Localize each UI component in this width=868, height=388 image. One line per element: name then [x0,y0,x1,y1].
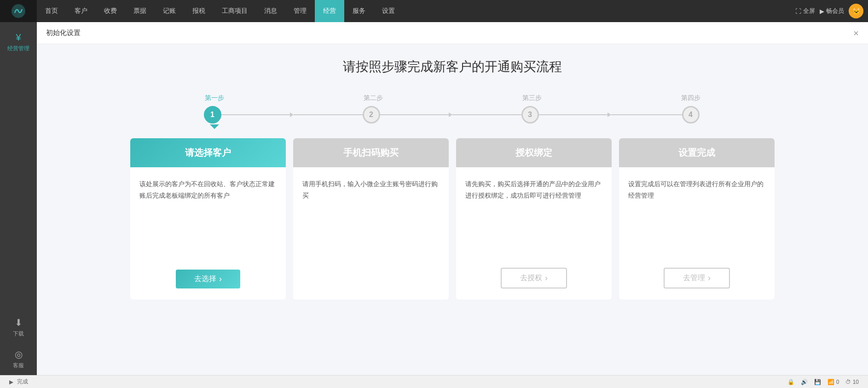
status-left: ▶ 完成 [9,378,28,386]
close-button[interactable]: × [853,29,859,38]
nav-operation[interactable]: 经营 [315,0,344,22]
step-4-circle: 4 [682,106,700,123]
fullscreen-btn[interactable]: ⛶ 全屏 [795,7,815,15]
nav-right: ⛶ 全屏 ▶ 畅会员 🐱 [795,4,868,18]
card-3-btn[interactable]: 去授权 › [501,268,567,288]
card-1-btn[interactable]: 去选择 › [176,270,240,288]
card-3-footer: 去授权 › [456,260,612,300]
download-icon: ⬇ [15,317,23,328]
sidebar-item-support[interactable]: ◎ 客服 [0,343,37,375]
card-4-header: 设置完成 [619,138,775,167]
step-2-label: 第二步 [364,94,383,102]
vip-label: 畅会员 [826,7,844,15]
nav-message[interactable]: 消息 [256,0,285,22]
nav-fee[interactable]: 收费 [96,0,125,22]
nav-settings[interactable]: 设置 [374,0,403,22]
app-body: ¥ 经营管理 ⬇ 下载 ◎ 客服 初始化设置 × 请按照步骤完成新客户的开通购买… [0,22,868,375]
sidebar-bottom: ⬇ 下载 ◎ 客服 [0,312,37,375]
sidebar-item-operation[interactable]: ¥ 经营管理 [0,27,37,58]
nav-home[interactable]: 首页 [37,0,66,22]
vip-btn[interactable]: ▶ 畅会员 [820,7,844,15]
card-4-btn-label: 去管理 [683,273,705,283]
card-3-btn-label: 去授权 [520,273,542,283]
avatar[interactable]: 🐱 [849,4,863,18]
main-content: 初始化设置 × 请按照步骤完成新客户的开通购买流程 第一步 1 [37,22,868,375]
step-1-circle: 1 [204,106,221,123]
step-2-arrow [449,112,452,117]
card-1: 请选择客户 该处展示的客户为不在回收站、客户状态正常建账后完成老板端绑定的所有客… [130,138,286,300]
nav-tax[interactable]: 报税 [184,0,214,22]
fullscreen-label: 全屏 [803,7,815,15]
lock-icon: 🔒 [787,379,794,385]
support-icon: ◎ [15,349,23,360]
nav-items: 首页 客户 收费 票据 记账 报税 工商项目 消息 管理 经营 服务 设置 [37,0,795,22]
step-3-group: 第三步 3 [452,94,611,123]
status-label: 完成 [17,378,28,386]
card-2: 手机扫码购买 请用手机扫码，输入小微企业主账号密码进行购买 [293,138,449,300]
card-4-footer: 去管理 › [619,260,775,300]
step-3-label: 第三步 [522,94,542,102]
fullscreen-icon: ⛶ [795,8,801,15]
step-4-group: 第四步 4 [611,94,770,123]
step-1-arrow [290,112,294,117]
card-3: 授权绑定 请先购买，购买后选择开通的产品中的企业用户进行授权绑定，成功后即可进行… [456,138,612,300]
card-1-body: 该处展示的客户为不在回收站、客户状态正常建账后完成老板端绑定的所有客户 [130,167,286,262]
step-3-arrow [608,112,611,117]
card-4-btn-arrow: › [708,273,711,283]
card-3-body: 请先购买，购买后选择开通的产品中的企业用户进行授权绑定，成功后即可进行经营管理 [456,167,612,260]
nav-service[interactable]: 服务 [344,0,374,22]
step-4-label: 第四步 [681,94,700,102]
yuan-icon: ¥ [16,32,21,43]
nav-invoice[interactable]: 票据 [125,0,155,22]
cards-row: 请选择客户 该处展示的客户为不在回收站、客户状态正常建账后完成老板端绑定的所有客… [130,138,775,300]
save-icon: 💾 [814,379,821,385]
card-3-header: 授权绑定 [456,138,612,167]
sidebar-bottom-download-label: 下载 [13,330,24,338]
step-3-circle: 3 [521,106,539,123]
card-4: 设置完成 设置完成后可以在管理列表进行所有企业用户的经营管理 去管理 › [619,138,775,300]
vip-icon: ▶ [820,8,824,15]
nav-accounting[interactable]: 记账 [155,0,184,22]
status-right: 🔒 🔊 💾 📶 0 ⏱ 10 [787,379,859,385]
nav-management[interactable]: 管理 [285,0,315,22]
page-title: 初始化设置 [46,29,81,37]
logo[interactable] [0,0,37,22]
step-2-circle: 2 [363,106,380,123]
card-1-header: 请选择客户 [130,138,286,167]
card-2-footer [293,281,449,300]
card-4-btn[interactable]: 去管理 › [664,268,730,288]
page-header: 初始化设置 × [37,22,868,44]
card-1-btn-label: 去选择 [194,274,216,284]
sidebar-item-download[interactable]: ⬇ 下载 [0,312,37,343]
nav-industrial[interactable]: 工商项目 [214,0,256,22]
sidebar-item-label: 经营管理 [7,45,29,53]
network-status: 📶 0 [827,379,839,385]
card-2-body: 请用手机扫码，输入小微企业主账号密码进行购买 [293,167,449,281]
step-1-pointer [210,124,219,129]
step-1-label: 第一步 [205,94,224,102]
wizard-container: 请按照步骤完成新客户的开通购买流程 第一步 1 第二步 [37,44,868,375]
card-1-btn-arrow: › [219,274,222,284]
step-1-group: 第一步 1 [135,94,294,129]
card-1-footer: 去选择 › [130,262,286,300]
volume-icon[interactable]: 🔊 [801,379,808,385]
time-status: ⏱ 10 [845,379,859,385]
sidebar: ¥ 经营管理 ⬇ 下载 ◎ 客服 [0,22,37,375]
play-icon[interactable]: ▶ [9,379,13,385]
card-2-header: 手机扫码购买 [293,138,449,167]
card-4-body: 设置完成后可以在管理列表进行所有企业用户的经营管理 [619,167,775,260]
status-bar: ▶ 完成 🔒 🔊 💾 📶 0 ⏱ 10 [0,375,868,388]
sidebar-bottom-support-label: 客服 [13,362,24,370]
wizard-title: 请按照步骤完成新客户的开通购买流程 [55,58,850,76]
card-3-btn-arrow: › [545,273,548,283]
top-nav: 首页 客户 收费 票据 记账 报税 工商项目 消息 管理 经营 服务 设置 ⛶ … [0,0,868,22]
nav-customer[interactable]: 客户 [66,0,96,22]
step-2-group: 第二步 2 [294,94,452,123]
